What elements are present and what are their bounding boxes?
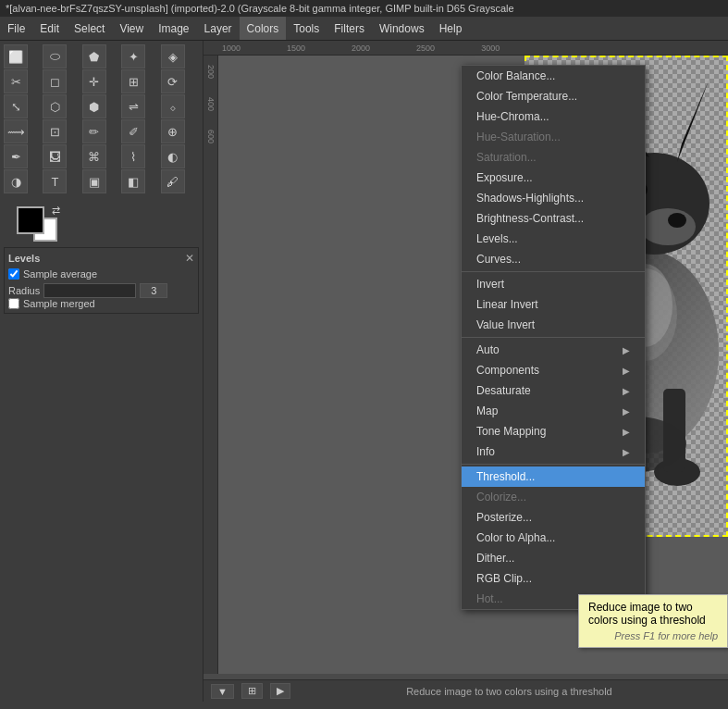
levels-close-button[interactable]: ✕ (185, 252, 194, 265)
menu-colorize: Colorize... (462, 487, 645, 507)
separator-1 (462, 271, 645, 272)
menu-value-invert[interactable]: Value Invert (462, 315, 645, 335)
tool-ink[interactable]: ✒ (4, 144, 28, 168)
menu-filters[interactable]: Filters (327, 17, 372, 40)
tool-paint[interactable]: ✏ (82, 119, 106, 143)
status-btn-left[interactable]: ▼ (211, 684, 234, 699)
menu-windows[interactable]: Windows (372, 17, 432, 40)
tool-smudge[interactable]: ⌇ (121, 144, 145, 168)
auto-arrow: ▶ (623, 345, 630, 355)
menu-desaturate[interactable]: Desaturate ▶ (462, 380, 645, 401)
title-text: *[alvan-nee-brFsZ7qszSY-unsplash] (impor… (6, 3, 514, 14)
tool-crop[interactable]: ⊡ (43, 119, 67, 143)
tool-free-select[interactable]: ⬟ (82, 44, 106, 68)
menu-components[interactable]: Components ▶ (462, 360, 645, 380)
menu-posterize[interactable]: Posterize... (462, 507, 645, 528)
separator-3 (462, 464, 645, 465)
tone-mapping-arrow: ▶ (623, 427, 630, 437)
tool-text[interactable]: T (43, 169, 67, 193)
tool-flip[interactable]: ⇌ (121, 94, 145, 118)
tool-shear[interactable]: ⬡ (43, 94, 67, 118)
tool-heal[interactable]: ⛾ (43, 144, 67, 168)
menu-threshold[interactable]: Threshold... (462, 466, 645, 487)
status-btn-right[interactable]: ▶ (270, 683, 290, 699)
levels-panel: Levels ✕ Sample average Radius Sample me… (4, 247, 199, 314)
menu-color-to-alpha[interactable]: Color to Alpha... (462, 528, 645, 548)
tool-fill[interactable]: ▣ (82, 169, 106, 193)
menu-saturation: Saturation... (462, 147, 645, 168)
tool-dodge[interactable]: ◑ (4, 169, 28, 193)
tool-scale[interactable]: ⤡ (4, 94, 28, 118)
menu-exposure[interactable]: Exposure... (462, 168, 645, 188)
tool-pencil[interactable]: ✐ (121, 119, 145, 143)
swap-colors-icon[interactable]: ⇄ (52, 205, 60, 217)
svg-point-2 (640, 208, 696, 245)
menu-color-balance[interactable]: Color Balance... (462, 66, 645, 86)
sample-average-label: Sample average (23, 268, 97, 280)
radius-label: Radius (8, 285, 40, 296)
sample-merged-checkbox[interactable] (8, 298, 19, 309)
tool-ellipse-select[interactable]: ⬭ (43, 44, 67, 68)
tool-warp[interactable]: ⟿ (4, 119, 28, 143)
canvas-area: 1000 1500 2000 2500 3000 200 400 600 (204, 41, 728, 702)
tool-move[interactable]: ✛ (82, 69, 106, 93)
tool-eyedropper[interactable]: 🖋 (161, 169, 185, 193)
tool-blur[interactable]: ◐ (161, 144, 185, 168)
tool-rect-select[interactable]: ⬜ (4, 44, 28, 68)
main-layout: ⬜ ⬭ ⬟ ✦ ◈ ✂ ◻ ✛ ⊞ ⟳ ⤡ ⬡ ⬢ ⇌ ⬦ ⟿ ⊡ ✏ ✐ ⊕ … (0, 41, 728, 702)
color-swatch-area: ⇄ (0, 197, 203, 243)
info-arrow: ▶ (623, 447, 630, 457)
tool-foreground[interactable]: ◻ (43, 69, 67, 93)
menu-color-temperature[interactable]: Color Temperature... (462, 86, 645, 106)
menu-levels[interactable]: Levels... (462, 229, 645, 249)
menu-brightness-contrast[interactable]: Brightness-Contrast... (462, 208, 645, 229)
menu-dither[interactable]: Dither... (462, 548, 645, 568)
tool-clone[interactable]: ⌘ (82, 144, 106, 168)
tool-align[interactable]: ⊞ (121, 69, 145, 93)
ruler-horizontal: 1000 1500 2000 2500 3000 (204, 41, 728, 56)
menu-help[interactable]: Help (432, 17, 470, 40)
separator-2 (462, 337, 645, 338)
menu-map[interactable]: Map ▶ (462, 401, 645, 421)
menu-colors[interactable]: Colors (240, 17, 287, 40)
menu-select[interactable]: Select (67, 17, 112, 40)
tool-by-color[interactable]: ◈ (161, 44, 185, 68)
radius-spinner[interactable] (140, 283, 167, 298)
menu-curves[interactable]: Curves... (462, 249, 645, 269)
menu-view[interactable]: View (112, 17, 151, 40)
foreground-color[interactable] (17, 206, 44, 234)
tool-scissors[interactable]: ✂ (4, 69, 28, 93)
menu-hue-chroma[interactable]: Hue-Chroma... (462, 106, 645, 127)
menu-image[interactable]: Image (151, 17, 196, 40)
ruler-vertical: 200 400 600 (204, 56, 218, 674)
status-btn-zoom[interactable]: ⊞ (241, 683, 263, 699)
title-bar: *[alvan-nee-brFsZ7qszSY-unsplash] (impor… (0, 0, 728, 17)
menu-tools[interactable]: Tools (286, 17, 327, 40)
tool-fuzzy-select[interactable]: ✦ (121, 44, 145, 68)
colors-dropdown-menu[interactable]: Color Balance... Color Temperature... Hu… (461, 65, 646, 610)
tool-airbrush[interactable]: ⊕ (161, 119, 185, 143)
menu-tone-mapping[interactable]: Tone Mapping ▶ (462, 421, 645, 442)
sample-average-checkbox[interactable] (8, 268, 19, 280)
components-arrow: ▶ (623, 366, 630, 376)
tool-cage[interactable]: ⬦ (161, 94, 185, 118)
menu-auto[interactable]: Auto ▶ (462, 340, 645, 360)
tool-transform[interactable]: ⟳ (161, 69, 185, 93)
sample-merged-row: Sample merged (8, 298, 194, 309)
menu-bar: File Edit Select View Image Layer Colors… (0, 17, 728, 41)
menu-layer[interactable]: Layer (197, 17, 240, 40)
levels-sample-row: Sample average (8, 268, 194, 280)
menu-shadows-highlights[interactable]: Shadows-Highlights... (462, 188, 645, 208)
menu-edit[interactable]: Edit (32, 17, 67, 40)
menu-invert[interactable]: Invert (462, 274, 645, 294)
tool-perspective[interactable]: ⬢ (82, 94, 106, 118)
svg-marker-5 (677, 79, 709, 162)
radius-input[interactable] (43, 283, 136, 298)
menu-info[interactable]: Info ▶ (462, 442, 645, 462)
menu-linear-invert[interactable]: Linear Invert (462, 294, 645, 315)
menu-rgb-clip[interactable]: RGB Clip... (462, 568, 645, 589)
tool-gradient[interactable]: ◧ (121, 169, 145, 193)
levels-title: Levels (8, 253, 40, 264)
tool-grid: ⬜ ⬭ ⬟ ✦ ◈ ✂ ◻ ✛ ⊞ ⟳ ⤡ ⬡ ⬢ ⇌ ⬦ ⟿ ⊡ ✏ ✐ ⊕ … (0, 41, 203, 197)
menu-file[interactable]: File (0, 17, 32, 40)
